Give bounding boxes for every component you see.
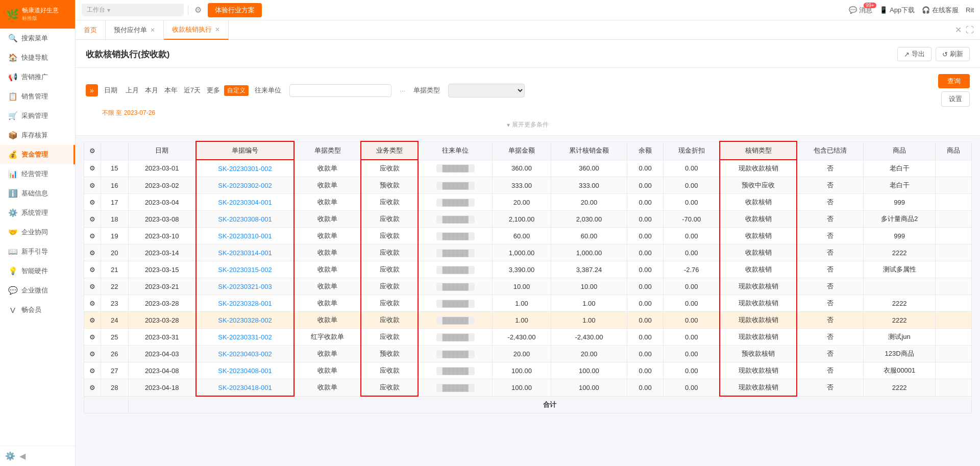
gear-cell[interactable]: ⚙ — [84, 177, 101, 194]
billno-column-header[interactable]: 单据编号 — [196, 141, 294, 160]
gear-cell[interactable]: ⚙ — [84, 379, 101, 397]
billno-cell[interactable]: SK-20230314-001 — [196, 244, 294, 261]
billno-cell[interactable]: SK-20230418-001 — [196, 379, 294, 397]
table-row[interactable]: ⚙ 17 2023-03-04 SK-20230304-001 收款单 应收款 … — [84, 194, 972, 211]
bill-type-select[interactable] — [448, 84, 525, 97]
includecleared-column-header[interactable]: 包含已结清 — [797, 141, 864, 160]
online-service-button[interactable]: 🎧 在线客服 — [922, 6, 959, 15]
sidebar-item-wechat[interactable]: 💬企业微信 — [0, 281, 75, 300]
expand-more-button[interactable]: ▾ 展开更多条件 — [507, 120, 549, 129]
filter-settings-button[interactable]: 设置 — [941, 91, 970, 107]
gear-cell[interactable]: ⚙ — [84, 295, 101, 312]
industry-solution-button[interactable]: 体验行业方案 — [208, 3, 262, 17]
table-row[interactable]: ⚙ 18 2023-03-08 SK-20230308-001 收款单 应收款 … — [84, 211, 972, 228]
billno-cell[interactable]: SK-20230308-001 — [196, 211, 294, 228]
sidebar-item-quicknav[interactable]: 🏠快捷导航 — [0, 48, 75, 67]
sidebar-item-sales[interactable]: 📋销售管理 — [0, 87, 75, 106]
tab-close-collection[interactable]: ✕ — [215, 26, 220, 33]
gear-cell[interactable]: ⚙ — [84, 228, 101, 244]
table-row[interactable]: ⚙ 20 2023-03-14 SK-20230314-001 收款单 应收款 … — [84, 244, 972, 261]
tab-collection[interactable]: 收款核销执行✕ — [164, 20, 229, 40]
biztype-column-header[interactable]: 业务类型 — [361, 141, 418, 160]
billno-cell[interactable]: SK-20230328-001 — [196, 295, 294, 312]
gear-cell[interactable]: ⚙ — [84, 261, 101, 278]
billno-link[interactable]: SK-20230314-001 — [218, 249, 272, 257]
billno-cell[interactable]: SK-20230302-002 — [196, 177, 294, 194]
sidebar-item-search[interactable]: 🔍搜索菜单 — [0, 29, 75, 48]
billno-link[interactable]: SK-20230304-001 — [218, 199, 272, 206]
date-column-header[interactable]: 日期 — [128, 141, 196, 160]
sidebar-item-marketing[interactable]: 📢营销推广 — [0, 67, 75, 87]
billno-link[interactable]: SK-20230328-001 — [218, 300, 272, 307]
gear-column-header[interactable]: ⚙ — [84, 141, 101, 160]
table-row[interactable]: ⚙ 22 2023-03-21 SK-20230321-003 收款单 应收款 … — [84, 278, 972, 295]
billno-link[interactable]: SK-20230302-002 — [218, 182, 272, 189]
sidebar-item-hardware[interactable]: 💡智能硬件 — [0, 261, 75, 281]
table-row[interactable]: ⚙ 27 2023-04-08 SK-20230408-001 收款单 应收款 … — [84, 362, 972, 379]
billno-cell[interactable]: SK-20230301-002 — [196, 160, 294, 177]
last-7-days-btn[interactable]: 近7天 — [182, 85, 203, 96]
billno-cell[interactable]: SK-20230331-002 — [196, 329, 294, 346]
billno-cell[interactable]: SK-20230328-002 — [196, 312, 294, 329]
query-button[interactable]: 查询 — [938, 74, 970, 88]
offsettype-column-header[interactable]: 核销类型 — [720, 141, 797, 160]
export-button[interactable]: ↗ 导出 — [897, 47, 932, 61]
billno-link[interactable]: SK-20230321-003 — [218, 283, 272, 290]
gear-cell[interactable]: ⚙ — [84, 362, 101, 379]
sidebar-item-basic[interactable]: ℹ️基础信息 — [0, 184, 75, 203]
maximize-icon[interactable]: ⛶ — [966, 26, 974, 35]
sidebar-item-inventory[interactable]: 📦库存核算 — [0, 126, 75, 145]
sidebar-item-guide[interactable]: 📖新手引导 — [0, 242, 75, 261]
billno-cell[interactable]: SK-20230408-001 — [196, 362, 294, 379]
billamount-column-header[interactable]: 单据金额 — [493, 141, 551, 160]
custom-date-btn[interactable]: 自定义 — [224, 85, 249, 96]
billno-link[interactable]: SK-20230408-001 — [218, 367, 272, 375]
table-row[interactable]: ⚙ 28 2023-04-18 SK-20230418-001 收款单 应收款 … — [84, 379, 972, 397]
filter-collapse-button[interactable]: » — [86, 84, 98, 96]
gear-cell[interactable]: ⚙ — [84, 346, 101, 362]
cumulative-column-header[interactable]: 累计核销金额 — [551, 141, 627, 160]
gear-cell[interactable]: ⚙ — [84, 244, 101, 261]
billno-cell[interactable]: SK-20230321-003 — [196, 278, 294, 295]
sidebar-item-system[interactable]: ⚙️系统管理 — [0, 203, 75, 223]
billno-link[interactable]: SK-20230403-002 — [218, 350, 272, 358]
app-download-button[interactable]: 📱 App下载 — [879, 6, 915, 15]
billno-cell[interactable]: SK-20230315-002 — [196, 261, 294, 278]
billno-cell[interactable]: SK-20230310-001 — [196, 228, 294, 244]
counterpart-input[interactable] — [289, 84, 391, 97]
billno-link[interactable]: SK-20230328-002 — [218, 316, 272, 324]
this-year-btn[interactable]: 本年 — [162, 85, 180, 96]
tab-home[interactable]: 首页 — [76, 20, 106, 40]
message-button[interactable]: 💬 消息 99+ — [849, 6, 872, 15]
tab-prepay[interactable]: 预付应付单✕ — [106, 20, 164, 40]
refresh-button[interactable]: ↺ 刷新 — [936, 47, 970, 61]
gear-icon[interactable]: ⚙ — [192, 3, 204, 17]
gear-cell[interactable]: ⚙ — [84, 312, 101, 329]
user-menu[interactable]: Rit — [966, 6, 974, 14]
billtype-column-header[interactable]: 单据类型 — [294, 141, 361, 160]
table-row[interactable]: ⚙ 15 2023-03-01 SK-20230301-002 收款单 应收款 … — [84, 160, 972, 177]
billno-link[interactable]: SK-20230331-002 — [218, 333, 272, 341]
more-date-btn[interactable]: 更多 — [205, 85, 222, 96]
gear-cell[interactable]: ⚙ — [84, 278, 101, 295]
sidebar-item-purchase[interactable]: 🛒采购管理 — [0, 106, 75, 126]
workspace-selector[interactable]: 工作台 ▾ — [82, 4, 184, 16]
billno-link[interactable]: SK-20230310-001 — [218, 232, 272, 240]
table-row[interactable]: ⚙ 26 2023-04-03 SK-20230403-002 收款单 预收款 … — [84, 346, 972, 362]
sidebar-item-operations[interactable]: 📊经营管理 — [0, 164, 75, 184]
close-window-icon[interactable]: ✕ — [955, 25, 962, 35]
tab-close-prepay[interactable]: ✕ — [150, 27, 155, 34]
table-row[interactable]: ⚙ 23 2023-03-28 SK-20230328-001 收款单 应收款 … — [84, 295, 972, 312]
last-month-btn[interactable]: 上月 — [124, 85, 141, 96]
settings-icon[interactable]: ⚙️ — [5, 451, 15, 461]
billno-link[interactable]: SK-20230308-001 — [218, 215, 272, 223]
table-row[interactable]: ⚙ 16 2023-03-02 SK-20230302-002 收款单 预收款 … — [84, 177, 972, 194]
product-column-header[interactable]: 商品 — [864, 141, 936, 160]
billno-link[interactable]: SK-20230315-002 — [218, 266, 272, 274]
collapse-icon[interactable]: ◀ — [19, 451, 26, 461]
billno-link[interactable]: SK-20230418-001 — [218, 384, 272, 391]
gear-cell[interactable]: ⚙ — [84, 211, 101, 228]
table-row[interactable]: ⚙ 24 2023-03-28 SK-20230328-002 收款单 应收款 … — [84, 312, 972, 329]
counterpart-column-header[interactable]: 往来单位 — [418, 141, 493, 160]
product2-column-header[interactable]: 商品 — [935, 141, 971, 160]
